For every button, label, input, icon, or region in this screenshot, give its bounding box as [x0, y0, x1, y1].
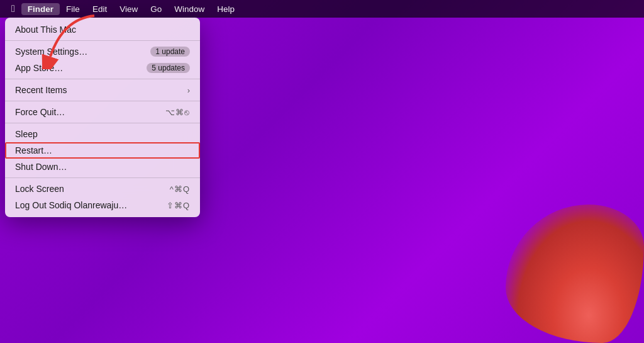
menubar-go[interactable]: Go: [144, 3, 168, 15]
menu-item-app-store[interactable]: App Store… 5 updates: [5, 60, 200, 76]
menu-item-system-settings[interactable]: System Settings… 1 update: [5, 43, 200, 60]
menubar-help[interactable]: Help: [211, 3, 241, 15]
apple-menu-button[interactable]: : [5, 2, 21, 16]
menu-item-force-quit[interactable]: Force Quit… ⌥⌘⎋: [5, 104, 200, 120]
menubar-window[interactable]: Window: [168, 3, 211, 15]
menubar-finder[interactable]: Finder: [21, 3, 60, 15]
menu-item-log-out[interactable]: Log Out Sodiq Olanrewaju… ⇧⌘Q: [5, 197, 200, 213]
menu-item-sleep[interactable]: Sleep: [5, 126, 200, 142]
menu-item-shut-down[interactable]: Shut Down…: [5, 159, 200, 175]
menu-separator-4: [5, 123, 200, 123]
menu-separator-2: [5, 79, 200, 79]
menubar-view[interactable]: View: [113, 3, 144, 15]
menu-item-about[interactable]: About This Mac: [5, 21, 200, 38]
menubar-file[interactable]: File: [60, 3, 86, 15]
menu-item-recent-items[interactable]: Recent Items ›: [5, 82, 200, 98]
menubar:  Finder File Edit View Go Window Help: [0, 0, 644, 18]
apple-dropdown-menu: About This Mac System Settings… 1 update…: [5, 18, 200, 217]
menu-item-restart[interactable]: Restart…: [5, 142, 200, 159]
menu-item-lock-screen[interactable]: Lock Screen ^⌘Q: [5, 181, 200, 197]
menubar-edit[interactable]: Edit: [86, 3, 113, 15]
menu-separator-3: [5, 101, 200, 101]
menu-separator-5: [5, 177, 200, 178]
menu-separator-1: [5, 40, 200, 41]
